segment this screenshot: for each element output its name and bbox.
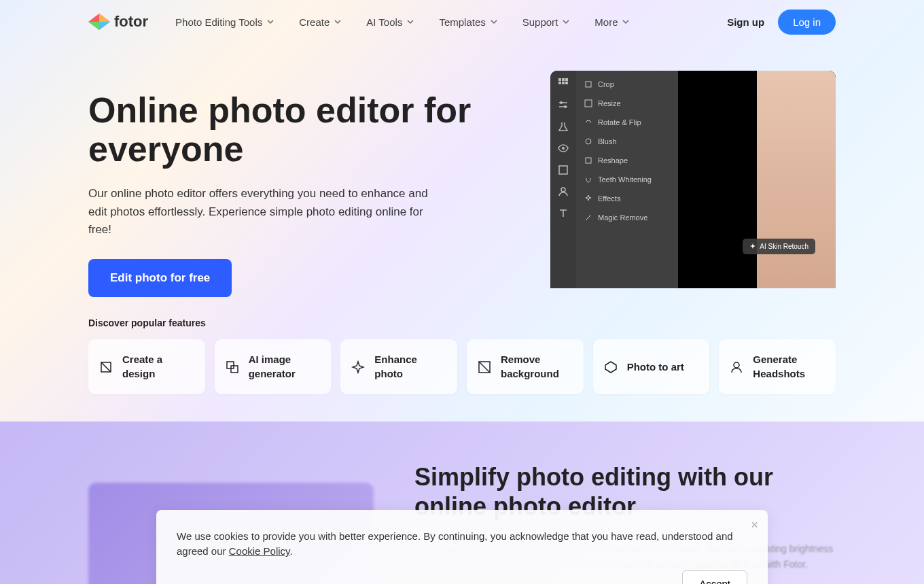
svg-rect-20 [231, 366, 238, 373]
logo[interactable]: fotor [88, 13, 148, 31]
svg-point-11 [564, 105, 567, 108]
editor-sidebar [550, 71, 576, 288]
remove-bg-icon [478, 360, 491, 374]
hero-content: Online photo editor for everyone Our onl… [88, 71, 510, 297]
chevron-down-icon [490, 18, 498, 26]
menu-resize[interactable]: Resize [576, 94, 678, 113]
accept-button[interactable]: Accept [682, 570, 747, 584]
chevron-down-icon [266, 18, 274, 26]
feature-ai-image-generator[interactable]: AI image generator [215, 339, 332, 394]
svg-rect-19 [227, 362, 234, 368]
people-icon [558, 186, 569, 197]
chevron-down-icon [334, 18, 342, 26]
feature-create-design[interactable]: Create a design [88, 339, 205, 394]
svg-point-10 [560, 101, 563, 104]
cookie-banner: × We use cookies to provide you with bet… [156, 510, 768, 584]
text-icon [558, 208, 569, 219]
preview-image: AI Skin Retouch [678, 71, 836, 288]
chevron-down-icon [562, 18, 570, 26]
svg-marker-1 [99, 14, 110, 22]
menu-reshape[interactable]: Reshape [576, 151, 678, 170]
feature-generate-headshots[interactable]: Generate Headshots [719, 339, 836, 394]
menu-magic-remove[interactable]: Magic Remove [576, 208, 678, 227]
close-button[interactable]: × [751, 518, 758, 532]
nav-more[interactable]: More [594, 16, 630, 28]
svg-point-23 [734, 362, 739, 368]
sliders-icon [558, 99, 569, 110]
feature-remove-background[interactable]: Remove background [467, 339, 584, 394]
nav: Photo Editing Tools Create AI Tools Temp… [175, 16, 727, 28]
hero-section: Online photo editor for everyone Our onl… [0, 44, 924, 297]
menu-effects[interactable]: Effects [576, 189, 678, 208]
nav-support[interactable]: Support [522, 16, 571, 28]
grid-icon [558, 78, 569, 88]
svg-point-17 [586, 139, 591, 144]
feature-photo-to-art[interactable]: Photo to art [593, 339, 710, 394]
login-button[interactable]: Log in [778, 10, 836, 35]
svg-rect-15 [586, 82, 591, 87]
editor-preview: Crop Resize Rotate & Flip Blush Reshape … [550, 71, 836, 288]
design-icon [99, 360, 113, 374]
nav-templates[interactable]: Templates [439, 16, 497, 28]
beaker-icon [558, 121, 569, 132]
signup-link[interactable]: Sign up [727, 16, 764, 28]
frame-icon [558, 165, 569, 175]
menu-crop[interactable]: Crop [576, 75, 678, 94]
nav-create[interactable]: Create [299, 16, 342, 28]
svg-marker-2 [99, 22, 110, 30]
svg-marker-22 [605, 362, 616, 373]
features-row: Create a design AI image generator Enhan… [88, 339, 836, 394]
chevron-down-icon [406, 18, 414, 26]
cookie-text: We use cookies to provide you with bette… [177, 529, 747, 560]
svg-point-14 [561, 188, 565, 192]
svg-rect-9 [565, 82, 568, 84]
menu-teeth-whitening[interactable]: Teeth Whitening [576, 170, 678, 189]
menu-blush[interactable]: Blush [576, 132, 678, 151]
ai-skin-retouch-tag: AI Skin Retouch [743, 239, 815, 254]
svg-rect-8 [562, 82, 565, 84]
feature-enhance-photo[interactable]: Enhance photo [340, 339, 457, 394]
svg-rect-6 [565, 78, 568, 81]
auth: Sign up Log in [727, 10, 836, 35]
cookie-policy-link[interactable]: Cookie Policy [229, 545, 290, 557]
logo-text: fotor [114, 13, 148, 31]
hero-title: Online photo editor for everyone [88, 91, 510, 169]
features-section: Discover popular features Create a desig… [0, 297, 924, 422]
hero-subtitle: Our online photo editor offers everythin… [88, 185, 442, 239]
menu-rotate-flip[interactable]: Rotate & Flip [576, 113, 678, 132]
nav-photo-editing-tools[interactable]: Photo Editing Tools [175, 16, 274, 28]
svg-rect-13 [559, 166, 567, 174]
edit-photo-button[interactable]: Edit photo for free [88, 259, 232, 297]
svg-rect-18 [586, 158, 591, 163]
headshot-icon [730, 360, 743, 374]
sparkle-icon [749, 243, 756, 250]
photo-art-icon [604, 360, 618, 374]
logo-icon [88, 14, 110, 30]
svg-point-12 [562, 147, 565, 150]
ai-generator-icon [226, 360, 239, 374]
svg-rect-5 [562, 78, 565, 81]
nav-ai-tools[interactable]: AI Tools [366, 16, 414, 28]
svg-rect-4 [558, 78, 561, 81]
enhance-icon [351, 360, 365, 374]
chevron-down-icon [622, 18, 630, 26]
svg-rect-16 [585, 100, 592, 107]
editor-menu: Crop Resize Rotate & Flip Blush Reshape … [576, 71, 678, 288]
svg-marker-3 [88, 22, 99, 30]
eye-icon [558, 143, 569, 154]
header: fotor Photo Editing Tools Create AI Tool… [0, 0, 924, 44]
svg-rect-7 [558, 82, 561, 84]
features-heading: Discover popular features [88, 317, 836, 328]
